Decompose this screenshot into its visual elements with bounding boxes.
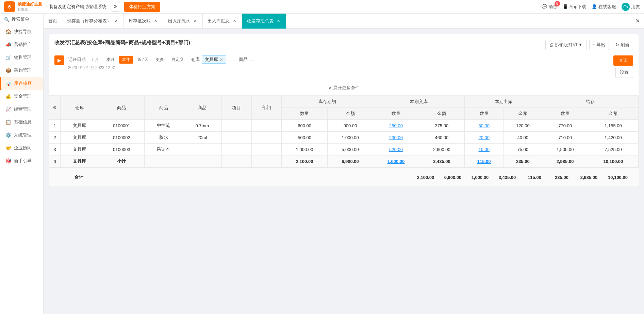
sidebar-item-purchase[interactable]: 📦 采购管理	[0, 64, 43, 77]
tab-io-flow[interactable]: 出入库流水 ✕	[163, 14, 203, 29]
goods-dots[interactable]: ...	[250, 56, 256, 63]
experience-btn[interactable]: 体验行业方案	[124, 2, 160, 12]
row3-in-qty-link[interactable]: 520.00	[389, 147, 403, 152]
tab-stock-dist[interactable]: 现存量（库存分布表） ✕	[62, 14, 124, 29]
col-goods-name-header: 商品	[145, 96, 183, 120]
query-btn[interactable]: 查询	[613, 55, 633, 66]
table-row: 1 文具库 0100001 中性笔 0.7mm 600.00 900.00	[49, 120, 639, 132]
total-spacer	[93, 171, 303, 183]
row2-in-qty[interactable]: 230.00	[373, 132, 419, 144]
row1-goods-code: 0100001	[99, 120, 144, 132]
newbie-label: 新手引导	[14, 158, 32, 164]
search-menu[interactable]: 🔍 搜索菜单	[0, 14, 43, 25]
export-btn[interactable]: ↑ 导出	[589, 40, 609, 50]
content-area: 首页 现存量（库存分布表） ✕ 库存批次账 ✕ 出入库流水 ✕ 出入库汇总 ✕	[44, 14, 644, 314]
subtotal-out-qty[interactable]: 115.00	[465, 155, 503, 167]
col-settings-header[interactable]: ⚙	[49, 96, 61, 120]
tab-stock-dist-close[interactable]: ✕	[113, 18, 119, 24]
row2-in-qty-link[interactable]: 230.00	[389, 135, 403, 140]
table-row: 3 文具库 0100003 采访本 1,000.00 5,000.00	[49, 144, 639, 155]
finance-label: 资金管理	[14, 93, 32, 99]
sidebar-item-newbie[interactable]: 🎯 新手引导	[0, 154, 43, 167]
col-outbound-amt-header: 金额	[503, 108, 542, 120]
tab-batch-ledger-close[interactable]: ✕	[153, 18, 158, 24]
row2-bal-amt: 1,420.00	[588, 132, 638, 144]
settings-icon[interactable]: ⚙	[111, 2, 120, 12]
date-range: 2023-01-01 至 2023-12-31	[68, 65, 609, 71]
logo-text: 畅捷通好生意 标准版	[18, 1, 42, 12]
date-custom[interactable]: 自定义	[168, 56, 187, 64]
total-table: 合计 2,100.00 6,900.00 1,000.00 3,435.00	[54, 171, 633, 183]
subtotal-in-qty[interactable]: 1,000.00	[373, 155, 419, 167]
warehouse-label: 仓库	[191, 56, 200, 63]
total-in-amt: 3,435.00	[494, 171, 521, 183]
subtotal-bal-qty: 2,985.00	[542, 155, 588, 167]
sidebar-item-inventory[interactable]: 📊 库存核算	[0, 77, 43, 90]
row3-out-qty[interactable]: 15.00	[465, 144, 503, 155]
total-empty1	[303, 171, 330, 183]
sidebar-item-operation[interactable]: 📈 经营管理	[0, 103, 43, 116]
logo-subtitle: 标准版	[18, 7, 42, 12]
download-icon: 📱	[563, 4, 568, 9]
tab-io-summary[interactable]: 出入库汇总 ✕	[203, 14, 242, 29]
row3-in-qty[interactable]: 520.00	[373, 144, 419, 155]
tab-io-summary-close[interactable]: ✕	[232, 18, 237, 24]
tab-bar-close[interactable]: ✕	[631, 18, 644, 24]
col-inbound-header: 本期入库	[373, 96, 465, 108]
date-this-year[interactable]: 本年	[119, 56, 133, 64]
expand-label: 展开更多条件	[333, 85, 360, 91]
tab-home[interactable]: 首页	[44, 14, 62, 29]
message-action[interactable]: 💬 消息 6	[542, 4, 557, 10]
date-this-month[interactable]: 本月	[103, 56, 118, 64]
sidebar-item-system[interactable]: ⚙️ 系统管理	[0, 129, 43, 142]
sidebar-item-marketing[interactable]: 📣 营销推广	[0, 38, 43, 51]
tab-batch-ledger[interactable]: 库存批次账 ✕	[124, 14, 163, 29]
filter-collapse-btn[interactable]: ▶	[54, 55, 64, 65]
sidebar-item-sales[interactable]: 🛒 销售管理	[0, 51, 43, 64]
date-7days[interactable]: 近7天	[135, 56, 151, 64]
print-btn[interactable]: 🖨 拆锁版打印 ▼	[545, 40, 587, 50]
date-last-month[interactable]: 上月	[88, 56, 102, 64]
tab-recv-send-label: 收发存汇总表	[247, 18, 274, 24]
warehouse-tag-remove[interactable]: ✕	[219, 57, 223, 62]
tab-recv-send[interactable]: 收发存汇总表 ✕	[242, 14, 286, 29]
row1-out-qty-link[interactable]: 80.00	[478, 123, 490, 128]
sidebar-item-finance[interactable]: 💰 资金管理	[0, 90, 43, 103]
goods-filter: 商品 ...	[239, 56, 256, 63]
row2-out-qty[interactable]: 20.00	[465, 132, 503, 144]
message-icon: 💬	[542, 4, 547, 9]
tab-recv-send-close[interactable]: ✕	[276, 18, 281, 24]
refresh-btn[interactable]: ↻ 刷新	[612, 40, 633, 50]
row3-out-qty-link[interactable]: 15.00	[478, 147, 490, 152]
message-badge: 6	[555, 1, 560, 6]
tab-io-flow-close[interactable]: ✕	[192, 18, 198, 24]
app-download-action[interactable]: 📱 App下载	[563, 4, 586, 10]
row1-in-qty[interactable]: 250.00	[373, 120, 419, 132]
subtotal-in-qty-link[interactable]: 1,000.00	[387, 159, 405, 164]
total-opening-amt: 6,900.00	[439, 171, 466, 183]
col-project-header: 项目	[221, 96, 251, 120]
row2-dept	[252, 132, 282, 144]
date-more[interactable]: 更多	[153, 56, 167, 64]
row1-in-qty-link[interactable]: 250.00	[389, 123, 403, 128]
row2-out-qty-link[interactable]: 20.00	[478, 135, 490, 140]
page-footer: 合计 2,100.00 6,900.00 1,000.00 3,435.00	[49, 167, 639, 186]
user-action[interactable]: Ea 用友	[622, 3, 640, 11]
row1-out-amt: 120.00	[503, 120, 542, 132]
sidebar: 🔍 搜索菜单 🏠 快捷导航 📣 营销推广 🛒 销售管理 📦 采购管理 📊	[0, 14, 44, 314]
subtotal-out-qty-link[interactable]: 115.00	[477, 159, 491, 164]
row1-out-qty[interactable]: 80.00	[465, 120, 503, 132]
sidebar-item-quick-nav[interactable]: 🏠 快捷导航	[0, 25, 43, 38]
total-empty2	[330, 171, 358, 183]
subtotal-in-amt: 3,435.00	[419, 155, 464, 167]
warehouse-tag: 文具库 ✕	[202, 55, 226, 64]
online-service-action[interactable]: 👤 在线客服	[592, 4, 616, 10]
warehouse-tag-text: 文具库	[205, 56, 218, 63]
inventory-icon: 📊	[5, 80, 11, 86]
sidebar-item-basic[interactable]: 📋 基础信息	[0, 116, 43, 129]
sidebar-item-enterprise[interactable]: 🤝 企业协同	[0, 142, 43, 154]
warehouse-dots[interactable]: ...	[228, 56, 235, 63]
settings-sm-btn[interactable]: 设置	[615, 67, 633, 78]
table-settings-gear[interactable]: ⚙	[53, 105, 57, 110]
expand-btn[interactable]: ∨ 展开更多条件	[328, 83, 360, 93]
